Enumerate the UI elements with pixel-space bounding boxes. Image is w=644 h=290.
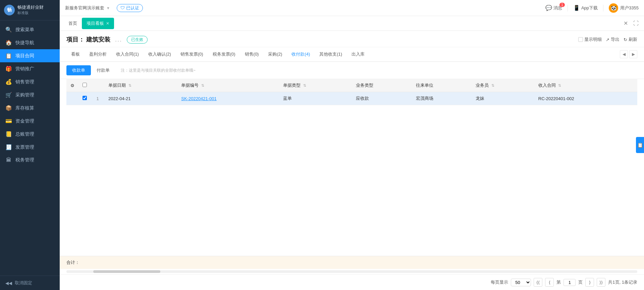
sub-tab-purchase[interactable]: 采购(2) bbox=[263, 47, 287, 62]
pagination: 每页显示 50 100 200 ⟨⟨ ⟨ 第 页 ⟩ ⟩⟩ 共1页, 1条记录 bbox=[60, 274, 644, 290]
payment-tab-button[interactable]: 付款单 bbox=[91, 65, 115, 75]
account-selector[interactable]: 新服务官网演示账套 ▼ bbox=[65, 5, 110, 11]
phone-icon: 📱 bbox=[573, 5, 580, 11]
app-download-button[interactable]: 📱 App下载 bbox=[573, 5, 598, 11]
sidebar-item-marketing[interactable]: 🎁营销推广 bbox=[0, 62, 60, 75]
show-detail-checkbox[interactable]: 显示明细 bbox=[578, 37, 602, 43]
column-type[interactable]: 单据类型 ⇅ bbox=[279, 79, 352, 92]
sidebar-footer-unpin[interactable]: ◀◀ 取消固定 bbox=[0, 276, 60, 290]
sidebar-icon-inventory: 📦 bbox=[5, 105, 12, 111]
sidebar-item-sales[interactable]: 💰销售管理 bbox=[0, 75, 60, 88]
row-date: 2022-04-21 bbox=[104, 92, 177, 105]
sidebar-item-finance[interactable]: 💳资金管理 bbox=[0, 115, 60, 128]
table-row[interactable]: 1 2022-04-21 SK-20220421-001 蓝单 应收款 宏茂商场… bbox=[66, 92, 637, 105]
export-button[interactable]: ↗ 导出 bbox=[606, 37, 620, 43]
topbar-divider-2 bbox=[603, 5, 603, 11]
tab-home[interactable]: 首页 bbox=[64, 18, 82, 29]
sidebar-item-search[interactable]: 🔍搜索菜单 bbox=[0, 23, 60, 36]
sidebar-icon-ledger: 📒 bbox=[5, 131, 12, 137]
tab-bar: 首页 项目看板 ✕ ✕ ⛶ bbox=[60, 16, 644, 31]
sidebar-item-purchase[interactable]: 🛒采购管理 bbox=[0, 88, 60, 101]
sidebar-item-shortcut[interactable]: 🏠快捷导航 bbox=[0, 36, 60, 49]
sort-icon-code: ⇅ bbox=[201, 83, 204, 87]
sub-tab-next-button[interactable]: ▶ bbox=[629, 50, 637, 58]
sort-icon-salesman: ⇅ bbox=[491, 83, 494, 87]
row-checkbox[interactable] bbox=[83, 96, 87, 100]
page-number-input[interactable] bbox=[564, 279, 576, 286]
column-salesman[interactable]: 业务员 ⇅ bbox=[472, 79, 534, 92]
user-avatar: 🐼 bbox=[609, 3, 618, 13]
sidebar-icon-sales: 💰 bbox=[5, 79, 12, 85]
page-size-select[interactable]: 50 100 200 bbox=[511, 279, 531, 286]
sidebar-item-contract[interactable]: 📋项目合同 bbox=[0, 49, 60, 62]
project-status-badge: 已生效 bbox=[127, 36, 148, 44]
sidebar-item-invoice[interactable]: 🧾发票管理 bbox=[0, 141, 60, 154]
row-checkbox-cell[interactable] bbox=[78, 92, 91, 105]
message-button[interactable]: 💬 消息 1 bbox=[545, 5, 562, 11]
sidebar-icon-shortcut: 🏠 bbox=[5, 40, 12, 46]
sidebar-item-tax[interactable]: 🏛税务管理 bbox=[0, 154, 60, 166]
sub-tab-income_confirm[interactable]: 收入确认(2) bbox=[144, 47, 176, 62]
first-page-button[interactable]: ⟨⟨ bbox=[534, 278, 542, 287]
table-container: ⚙ 单据日期 ⇅ 单据编号 ⇅ 单据类型 ⇅ 业务类型 往来单位 业务员 ⇅ 收… bbox=[60, 79, 644, 256]
column-income-contract[interactable]: 收入合同 ⇅ bbox=[534, 79, 637, 92]
close-window-button[interactable]: ✕ bbox=[622, 19, 629, 28]
app-logo: 畅 bbox=[4, 5, 15, 15]
receipts-table: ⚙ 单据日期 ⇅ 单据编号 ⇅ 单据类型 ⇅ 业务类型 往来单位 业务员 ⇅ 收… bbox=[66, 79, 637, 105]
column-code[interactable]: 单据编号 ⇅ bbox=[177, 79, 279, 92]
horizontal-scrollbar-thumb[interactable] bbox=[93, 270, 160, 273]
column-biz-type: 业务类型 bbox=[352, 79, 412, 92]
next-page-button[interactable]: ⟩ bbox=[585, 278, 594, 287]
project-actions: 显示明细 ↗ 导出 ↻ 刷新 bbox=[578, 37, 637, 43]
sub-tab-income_contract[interactable]: 收入合同(1) bbox=[111, 47, 144, 62]
column-settings[interactable]: ⚙ bbox=[66, 79, 78, 92]
content-area: 项目： 建筑安装 ... 已生效 显示明细 ↗ 导出 ↻ 刷新 bbox=[60, 31, 644, 290]
export-icon: ↗ bbox=[606, 37, 609, 42]
sidebar-item-ledger[interactable]: 📒总账管理 bbox=[0, 128, 60, 141]
prev-page-button[interactable]: ⟨ bbox=[545, 278, 554, 287]
sidebar-icon-tax: 🏛 bbox=[5, 157, 12, 163]
expand-window-button[interactable]: ⛶ bbox=[632, 19, 640, 28]
row-num: 1 bbox=[91, 92, 104, 105]
tab-project-board[interactable]: 项目看板 ✕ bbox=[82, 18, 114, 29]
last-page-button[interactable]: ⟩⟩ bbox=[597, 278, 605, 287]
topbar-right: 💬 消息 1 📱 App下载 🐼 用户3355 bbox=[545, 3, 639, 13]
sub-tab-profit[interactable]: 盈利分析 bbox=[85, 47, 111, 62]
sub-tab-prev-button[interactable]: ◀ bbox=[620, 50, 628, 58]
refresh-button[interactable]: ↻ 刷新 bbox=[624, 37, 637, 43]
row-code[interactable]: SK-20220421-001 bbox=[177, 92, 279, 105]
show-detail-checkbox-box[interactable] bbox=[578, 37, 583, 42]
sub-tab-sales_invoice[interactable]: 销售发票(0) bbox=[176, 47, 208, 62]
sub-tab-receipt[interactable]: 收付款(4) bbox=[287, 47, 315, 62]
sub-tab-other_expense[interactable]: 其他收支(1) bbox=[315, 47, 347, 62]
message-icon: 💬 bbox=[545, 5, 552, 11]
sub-tab-tax_invoice[interactable]: 税务发票(0) bbox=[208, 47, 240, 62]
sidebar-icon-search: 🔍 bbox=[5, 26, 12, 33]
sidebar-item-inventory[interactable]: 📦库存核算 bbox=[0, 101, 60, 115]
row-biz-type: 应收款 bbox=[352, 92, 412, 105]
app-title: 畅捷通好业财 bbox=[17, 5, 44, 10]
sub-tab-kanban[interactable]: 看板 bbox=[66, 47, 85, 62]
column-date[interactable]: 单据日期 ⇅ bbox=[104, 79, 177, 92]
tab-close-icon[interactable]: ✕ bbox=[106, 21, 109, 26]
sort-icon-contract: ⇅ bbox=[558, 83, 561, 87]
topbar-left: 新服务官网演示账套 ▼ 🛡 已认证 bbox=[65, 4, 545, 12]
horizontal-scrollbar-track[interactable] bbox=[66, 270, 637, 273]
project-more-button[interactable]: ... bbox=[115, 36, 122, 43]
select-all-checkbox[interactable] bbox=[83, 83, 87, 87]
unpin-icon: ◀◀ bbox=[5, 281, 12, 286]
sub-tab-inout[interactable]: 出入库 bbox=[347, 47, 369, 62]
sub-tab-sales[interactable]: 销售(0) bbox=[240, 47, 264, 62]
sidebar-nav: 🔍搜索菜单🏠快捷导航📋项目合同🎁营销推广💰销售管理🛒采购管理📦库存核算💳资金管理… bbox=[0, 20, 60, 276]
message-badge: 1 bbox=[559, 3, 565, 7]
project-label: 项目： 建筑安装 bbox=[66, 35, 110, 44]
app-subtitle: 标准版 bbox=[17, 10, 44, 15]
right-panel-trigger[interactable]: 📋 bbox=[636, 137, 644, 153]
user-menu[interactable]: 🐼 用户3355 bbox=[609, 3, 639, 13]
receipt-tab-button[interactable]: 收款单 bbox=[66, 65, 91, 75]
page-text: 第 bbox=[556, 279, 561, 285]
column-checkbox bbox=[78, 79, 91, 92]
row-gear bbox=[66, 92, 78, 105]
table-footer: 合计： bbox=[60, 256, 644, 269]
row-code-link[interactable]: SK-20220421-001 bbox=[181, 96, 217, 101]
